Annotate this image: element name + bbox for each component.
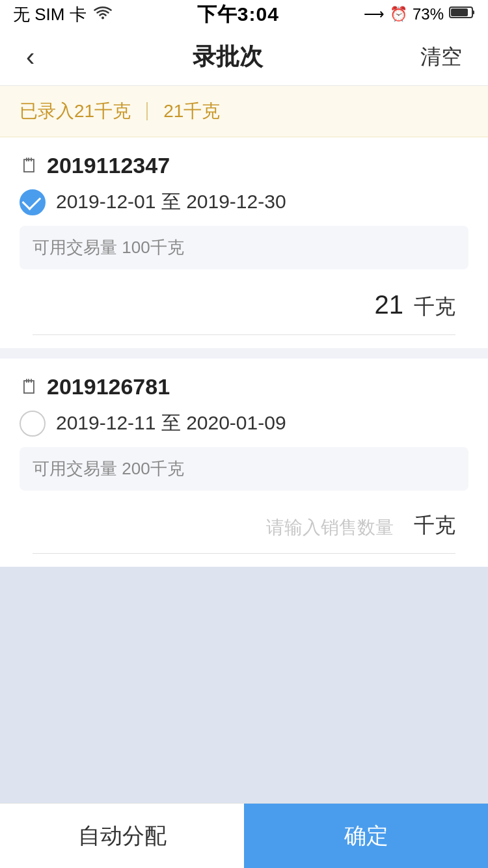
status-carrier: 无 SIM 卡 (13, 3, 113, 26)
battery-icon (449, 5, 475, 23)
batch-1-value-display: 21 千克 (20, 280, 468, 334)
card-separator-1 (0, 348, 488, 359)
batch-2-available: 可用交易量 200千克 (20, 447, 468, 491)
wifi-icon (93, 5, 113, 25)
bottom-bar: 自动分配 确定 (0, 803, 488, 868)
batch-1-date-row[interactable]: 2019-12-01 至 2019-12-30 (20, 189, 468, 215)
svg-point-0 (102, 16, 104, 19)
batch-2-underline (33, 553, 455, 554)
batch-2-icon: 🗒 (20, 376, 39, 398)
status-time: 下午3:04 (197, 1, 279, 28)
batch-1-value: 21 (375, 290, 404, 319)
page-title: 录批次 (41, 41, 414, 73)
batch-2-date-row[interactable]: 2019-12-11 至 2020-01-09 (20, 410, 468, 437)
summary-divider (146, 102, 148, 120)
nav-bar: ‹ 录批次 清空 (0, 29, 488, 86)
batch-1-icon: 🗒 (20, 155, 39, 177)
recorded-label: 已录入21千克 (20, 99, 131, 124)
batch-1-header: 🗒 2019112347 (20, 153, 468, 178)
clear-button[interactable]: 清空 (414, 36, 468, 78)
batch-1-available: 可用交易量 100千克 (20, 226, 468, 269)
carrier-text: 无 SIM 卡 (13, 3, 87, 26)
batch-item-1: 🗒 2019112347 2019-12-01 至 2019-12-30 可用交… (0, 137, 488, 348)
status-indicators: ⟶ ⏰ 73% (364, 5, 475, 23)
total-label: 21千克 (163, 99, 220, 124)
batch-2-qty-input[interactable] (127, 513, 403, 539)
confirm-button[interactable]: 确定 (244, 804, 488, 868)
batch-1-date: 2019-12-01 至 2019-12-30 (56, 189, 286, 215)
location-icon: ⟶ (364, 6, 385, 23)
batch-1-id: 2019112347 (47, 153, 170, 178)
batch-1-radio[interactable] (20, 189, 46, 215)
back-button[interactable]: ‹ (20, 36, 41, 78)
batch-1-underline (33, 334, 455, 335)
batch-2-unit: 千克 (414, 511, 455, 540)
batch-2-radio[interactable] (20, 411, 46, 437)
battery-text: 73% (413, 5, 444, 23)
svg-rect-3 (451, 8, 468, 16)
batch-2-date: 2019-12-11 至 2020-01-09 (56, 410, 286, 437)
status-bar: 无 SIM 卡 下午3:04 ⟶ ⏰ 73% (0, 0, 488, 29)
batch-item-2: 🗒 2019126781 2019-12-11 至 2020-01-09 可用交… (0, 359, 488, 567)
batch-2-id: 2019126781 (47, 374, 170, 400)
batch-2-header: 🗒 2019126781 (20, 374, 468, 400)
batch-2-input-row[interactable]: 千克 (20, 501, 468, 553)
summary-banner: 已录入21千克 21千克 (0, 86, 488, 137)
alarm-icon: ⏰ (390, 6, 407, 23)
batch-1-unit: 千克 (414, 293, 455, 321)
auto-assign-button[interactable]: 自动分配 (0, 804, 244, 868)
svg-rect-2 (472, 10, 474, 14)
